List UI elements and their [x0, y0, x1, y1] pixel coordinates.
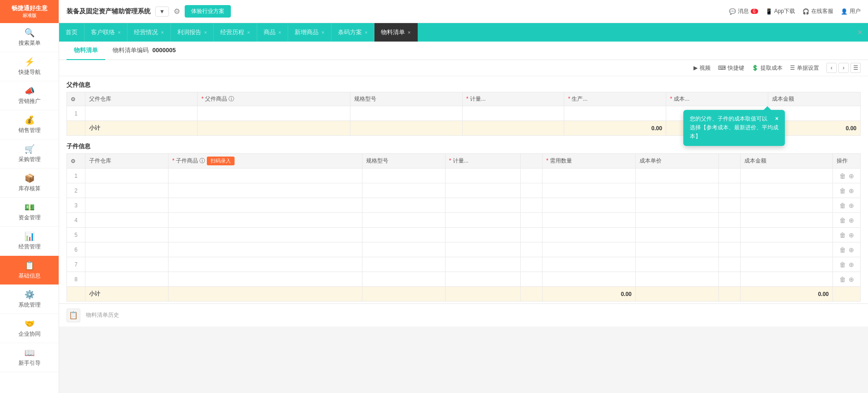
sidebar-item-4[interactable]: 🛒采购管理 — [0, 139, 59, 169]
child-product-6[interactable] — [168, 242, 362, 257]
tab-close-6[interactable]: × — [321, 30, 324, 35]
child-qty-7[interactable] — [542, 257, 635, 272]
copy-icon-2[interactable]: ⊕ — [849, 187, 854, 194]
child-unit-5[interactable] — [445, 228, 520, 242]
sidebar-item-10[interactable]: 🤝企业协同 — [0, 314, 59, 343]
child-product-1[interactable] — [168, 169, 362, 183]
child-spec-2[interactable] — [362, 183, 445, 198]
child-warehouse-8[interactable] — [85, 272, 169, 287]
sidebar-item-5[interactable]: 📦库存核算 — [0, 169, 59, 198]
child-warehouse-2[interactable] — [85, 183, 169, 198]
parent-produce-1[interactable] — [564, 106, 666, 121]
message-item[interactable]: 💬 消息 6 — [729, 7, 758, 15]
delete-icon-8[interactable]: 🗑 — [839, 276, 846, 283]
list-view-button[interactable]: ☰ — [850, 63, 861, 73]
scan-input-button[interactable]: 扫码录入 — [207, 157, 235, 165]
copy-icon-6[interactable]: ⊕ — [849, 246, 854, 254]
delete-icon-3[interactable]: 🗑 — [839, 202, 846, 209]
tab-close-7[interactable]: × — [365, 30, 368, 35]
user-item[interactable]: 👤 用户 — [841, 7, 861, 15]
child-warehouse-1[interactable] — [85, 169, 169, 183]
sidebar-item-7[interactable]: 📊经营管理 — [0, 227, 59, 256]
view-button[interactable]: ▶ 视频 — [693, 64, 711, 72]
trial-button[interactable]: 体验行业方案 — [185, 5, 231, 18]
delete-icon-1[interactable]: 🗑 — [839, 172, 846, 180]
sub-tab-material-list[interactable]: 物料清单 — [66, 42, 105, 60]
next-page-button[interactable]: › — [838, 63, 849, 73]
child-unit-cost-6[interactable] — [636, 242, 719, 257]
nav-tab-0[interactable]: 首页 — [59, 23, 84, 42]
child-unit-2[interactable] — [445, 183, 520, 198]
child-qty-1[interactable] — [542, 169, 635, 183]
copy-icon-1[interactable]: ⊕ — [849, 172, 854, 180]
child-unit-cost-2[interactable] — [636, 183, 719, 198]
sidebar-item-3[interactable]: 💰销售管理 — [0, 110, 59, 139]
child-qty-8[interactable] — [542, 272, 635, 287]
nav-tab-6[interactable]: 新增商品× — [288, 23, 331, 42]
nav-tab-4[interactable]: 经营历程× — [214, 23, 257, 42]
nav-tab-7[interactable]: 条码方案× — [332, 23, 374, 42]
child-unit-cost-1[interactable] — [636, 169, 719, 183]
child-warehouse-7[interactable] — [85, 257, 169, 272]
child-unit-1[interactable] — [445, 169, 520, 183]
child-qty-2[interactable] — [542, 183, 635, 198]
online-service-item[interactable]: 🎧 在线客服 — [802, 7, 833, 15]
prev-page-button[interactable]: ‹ — [826, 63, 837, 73]
tab-close-3[interactable]: × — [204, 30, 207, 35]
tab-close-4[interactable]: × — [247, 30, 250, 35]
child-product-3[interactable] — [168, 198, 362, 213]
child-product-4[interactable] — [168, 213, 362, 228]
gear-icon[interactable]: ⚙ — [174, 7, 180, 16]
child-unit-6[interactable] — [445, 242, 520, 257]
child-unit-cost-8[interactable] — [636, 272, 719, 287]
shortcut-button[interactable]: ⌨ 快捷键 — [718, 64, 744, 72]
child-unit-7[interactable] — [445, 257, 520, 272]
child-spec-4[interactable] — [362, 213, 445, 228]
sidebar-item-6[interactable]: 💵资金管理 — [0, 198, 59, 227]
child-warehouse-5[interactable] — [85, 228, 169, 242]
child-qty-4[interactable] — [542, 213, 635, 228]
child-qty-3[interactable] — [542, 198, 635, 213]
sidebar-item-11[interactable]: 📖新手引导 — [0, 343, 59, 372]
sidebar-item-2[interactable]: 📣营销推广 — [0, 81, 59, 110]
parent-unit-1[interactable] — [462, 106, 564, 121]
child-qty-5[interactable] — [542, 228, 635, 242]
copy-icon-4[interactable]: ⊕ — [849, 217, 854, 224]
tab-close-5[interactable]: × — [278, 30, 281, 35]
nav-tab-3[interactable]: 利润报告× — [171, 23, 214, 42]
parent-spec-1[interactable] — [350, 106, 462, 121]
child-unit-cost-4[interactable] — [636, 213, 719, 228]
child-warehouse-3[interactable] — [85, 198, 169, 213]
tab-close-2[interactable]: × — [161, 30, 163, 35]
copy-icon-3[interactable]: ⊕ — [849, 202, 854, 209]
child-unit-cost-3[interactable] — [636, 198, 719, 213]
bottom-icon-btn[interactable]: 📋 — [66, 308, 80, 322]
child-spec-1[interactable] — [362, 169, 445, 183]
delete-icon-6[interactable]: 🗑 — [839, 246, 846, 254]
child-warehouse-4[interactable] — [85, 213, 169, 228]
sidebar-item-0[interactable]: 🔍搜索菜单 — [0, 23, 59, 52]
delete-icon-5[interactable]: 🗑 — [839, 231, 846, 239]
sub-tab-material-code[interactable]: 物料清单编码 0000005 — [105, 42, 183, 60]
parent-product-1[interactable] — [198, 106, 350, 121]
child-col-settings[interactable]: ⚙ — [67, 154, 85, 169]
system-dropdown[interactable]: ▼ — [155, 6, 169, 17]
child-unit-3[interactable] — [445, 198, 520, 213]
delete-icon-4[interactable]: 🗑 — [839, 217, 846, 224]
tooltip-close-button[interactable]: × — [775, 115, 778, 123]
delete-icon-7[interactable]: 🗑 — [839, 261, 846, 268]
child-product-5[interactable] — [168, 228, 362, 242]
nav-tab-5[interactable]: 商品× — [257, 23, 288, 42]
child-product-7[interactable] — [168, 257, 362, 272]
delete-icon-2[interactable]: 🗑 — [839, 187, 846, 194]
nav-tab-1[interactable]: 客户联络× — [84, 23, 127, 42]
app-download-item[interactable]: 📱 App下载 — [766, 7, 795, 15]
nav-tab-2[interactable]: 经营情况× — [127, 23, 170, 42]
sidebar-item-8[interactable]: 📋基础信息 — [0, 256, 59, 285]
child-product-2[interactable] — [168, 183, 362, 198]
parent-warehouse-1[interactable] — [85, 106, 198, 121]
copy-icon-5[interactable]: ⊕ — [849, 231, 854, 239]
single-settings-button[interactable]: ☰ 单据设置 — [790, 64, 819, 72]
sidebar-item-9[interactable]: ⚙️系统管理 — [0, 285, 59, 314]
child-unit-4[interactable] — [445, 213, 520, 228]
